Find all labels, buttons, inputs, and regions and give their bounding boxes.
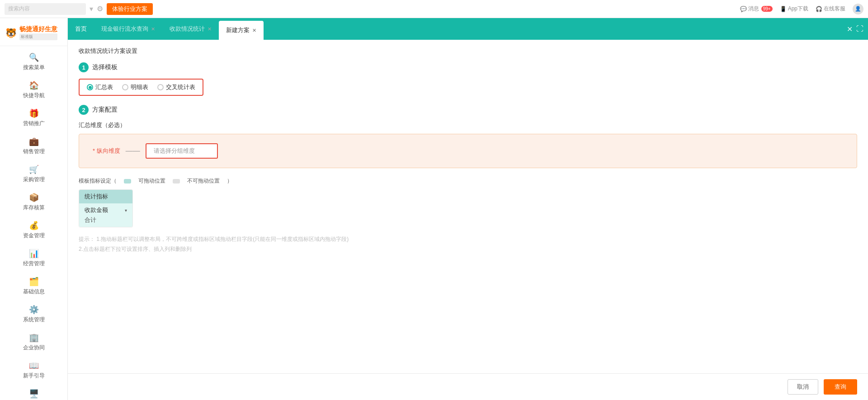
sidebar-item-inventory[interactable]: 📦 库存核算: [0, 188, 67, 216]
tab-bank-close[interactable]: ✕: [151, 26, 155, 32]
sidebar-item-label: 系统管理: [23, 316, 45, 324]
radio-circle-detail: [122, 84, 128, 90]
sidebar-item-label: 经营管理: [23, 260, 45, 268]
tip-1: 提示： 1.拖动标题栏可以调整布局，不可跨维度或指标区域拖动栏目字段(只能在同一…: [79, 235, 857, 245]
sidebar-item-label: 搜索菜单: [23, 64, 45, 71]
dropdown-icon[interactable]: ▾: [90, 5, 93, 13]
radio-summary[interactable]: 汇总表: [87, 83, 113, 91]
indicator-total-label: 合计: [85, 216, 96, 223]
tab-home[interactable]: 首页: [68, 18, 94, 40]
indicators-header: 统计指标: [79, 190, 132, 203]
radio-cross[interactable]: 交叉统计表: [157, 83, 195, 91]
chevron-down-icon[interactable]: ▾: [125, 208, 127, 213]
message-label: 消息: [748, 5, 759, 13]
radio-summary-label: 汇总表: [95, 83, 113, 91]
sidebar-item-label: 销售管理: [23, 148, 45, 155]
sidebar-item-enterprise[interactable]: 🏢 企业协同: [0, 328, 67, 356]
chart-icon: 📊: [29, 249, 39, 259]
box-icon: 📦: [29, 193, 39, 202]
sidebar-item-guide[interactable]: 📖 新手引导: [0, 356, 67, 384]
logo-area: 🐯 畅捷通好生意 标准版: [0, 22, 67, 46]
page-inner: 收款情况统计方案设置 1 选择模板 汇总表 明细表: [68, 40, 868, 373]
building-icon: 🏢: [29, 333, 39, 343]
tab-bank[interactable]: 现金银行流水查询 ✕: [94, 18, 162, 40]
user-avatar[interactable]: 👤: [853, 4, 863, 14]
search-placeholder: 搜索内容: [8, 5, 30, 13]
sidebar-item-operation[interactable]: 📊 经营管理: [0, 244, 67, 272]
top-bar-right: 💬 消息 99+ 📱 App下载 🎧 在线客服 👤: [740, 4, 863, 14]
sales-icon: 💼: [29, 136, 39, 146]
sidebar-item-label: 新手引导: [23, 372, 45, 380]
radio-circle-cross: [157, 84, 164, 90]
close-window-icon[interactable]: ✕: [847, 25, 853, 33]
indicator-column-row[interactable]: 收款金额 ▾: [85, 206, 127, 214]
indicators-container: 模板指标设定（ 可拖动位置 不可拖动位置 ） 统计指标: [79, 177, 857, 227]
step1-num: 1: [79, 62, 89, 72]
dimension-select[interactable]: 请选择分组维度: [146, 143, 218, 159]
sidebar-item-system[interactable]: ⚙️ 系统管理: [0, 300, 67, 328]
footer-bar: 取消 查询: [68, 373, 868, 400]
cart-icon: 🛒: [29, 165, 39, 174]
page-content: 收款情况统计方案设置 1 选择模板 汇总表 明细表: [68, 40, 868, 373]
trial-button[interactable]: 体验行业方案: [107, 3, 153, 15]
sidebar-item-label: 基础信息: [23, 288, 45, 296]
step2-section: 2 方案配置 汇总维度（必选） * 纵向维度 —— 请选择分组维度: [79, 105, 857, 254]
tips-section: 提示： 1.拖动标题栏可以调整布局，不可跨维度或指标区域拖动栏目字段(只能在同一…: [79, 235, 857, 254]
download-button[interactable]: 📱 App下载: [780, 5, 808, 13]
search-bar[interactable]: 搜索内容: [5, 3, 86, 15]
top-bar: 搜索内容 ▾ ⚙ 体验行业方案 💬 消息 99+ 📱 App下载 🎧 在线客服 …: [0, 0, 868, 18]
tab-new-plan[interactable]: 新建方案 ✕: [219, 21, 264, 40]
sidebar-item-purchase[interactable]: 🛒 采购管理: [0, 160, 67, 188]
gift-icon: 🎁: [29, 108, 39, 118]
movable-label: 可拖动位置: [138, 177, 165, 185]
radio-detail[interactable]: 明细表: [122, 83, 148, 91]
tab-bar-actions: ✕ ⛶: [847, 25, 863, 33]
fixed-dot: [173, 179, 180, 184]
radio-cross-label: 交叉统计表: [166, 83, 195, 91]
page-title: 收款情况统计方案设置: [79, 47, 857, 55]
query-button[interactable]: 查询: [824, 379, 857, 395]
sidebar-item-finance[interactable]: 💰 资金管理: [0, 216, 67, 244]
sidebar-item-marketing[interactable]: 🎁 营销推广: [0, 104, 67, 132]
sidebar-item-search[interactable]: 🔍 搜索菜单: [0, 48, 67, 76]
sidebar-item-label: 营销推广: [23, 120, 45, 127]
indicator-legend: 模板指标设定（ 可拖动位置 不可拖动位置 ）: [79, 177, 857, 185]
tab-stats-label: 收款情况统计: [170, 25, 205, 33]
service-label: 在线客服: [824, 5, 845, 13]
step1-title: 选择模板: [92, 63, 118, 71]
sidebar-item-nav[interactable]: 🏠 快捷导航: [0, 76, 67, 104]
dimension-select-placeholder: 请选择分组维度: [154, 147, 195, 154]
tab-stats[interactable]: 收款情况统计 ✕: [162, 18, 219, 40]
tab-bar: 首页 现金银行流水查询 ✕ 收款情况统计 ✕ 新建方案 ✕ ✕ ⛶: [68, 18, 868, 40]
indicators-label: 模板指标设定（: [79, 177, 117, 185]
tab-stats-close[interactable]: ✕: [208, 26, 212, 32]
sidebar-item-label: 企业协同: [23, 344, 45, 352]
tip-2: 2.点击标题栏下拉可设置排序、插入列和删除列: [79, 245, 857, 254]
sidebar-item-hardware[interactable]: 🖥️ 智能硬件: [0, 384, 67, 400]
service-button[interactable]: 🎧 在线客服: [816, 5, 845, 13]
logo-icon: 🐯: [5, 28, 17, 38]
movable-dot: [124, 179, 131, 184]
vertical-label: * 纵向维度: [93, 147, 120, 155]
sidebar-item-basic[interactable]: 🗂️ 基础信息: [0, 272, 67, 300]
message-button[interactable]: 💬 消息 99+: [740, 5, 773, 13]
main-layout: 🐯 畅捷通好生意 标准版 🔍 搜索菜单 🏠 快捷导航 🎁 营销推广 💼 销售管理: [0, 18, 868, 400]
template-radio-group: 汇总表 明细表 交叉统计表: [79, 79, 203, 96]
tab-new-plan-label: 新建方案: [226, 26, 250, 34]
gear-icon: ⚙️: [29, 305, 39, 315]
sidebar-item-label: 快捷导航: [23, 92, 45, 99]
message-badge: 99+: [761, 6, 773, 12]
maximize-icon[interactable]: ⛶: [856, 25, 863, 33]
sidebar-item-sales[interactable]: 💼 销售管理: [0, 132, 67, 160]
dimension-area: * 纵向维度 —— 请选择分组维度: [79, 134, 857, 168]
folder-icon: 🗂️: [29, 277, 39, 287]
config-section: 汇总维度（必选） * 纵向维度 —— 请选择分组维度: [79, 121, 857, 254]
gear-icon[interactable]: ⚙: [97, 5, 103, 13]
sidebar-nav: 🔍 搜索菜单 🏠 快捷导航 🎁 营销推广 💼 销售管理 🛒 采购管理 📦: [0, 46, 67, 400]
tab-new-plan-close[interactable]: ✕: [252, 28, 256, 33]
finance-icon: 💰: [29, 221, 39, 231]
close-paren: ）: [227, 177, 232, 185]
step2-num: 2: [79, 105, 89, 115]
cancel-button[interactable]: 取消: [788, 379, 818, 395]
tab-home-label: 首页: [75, 25, 87, 33]
